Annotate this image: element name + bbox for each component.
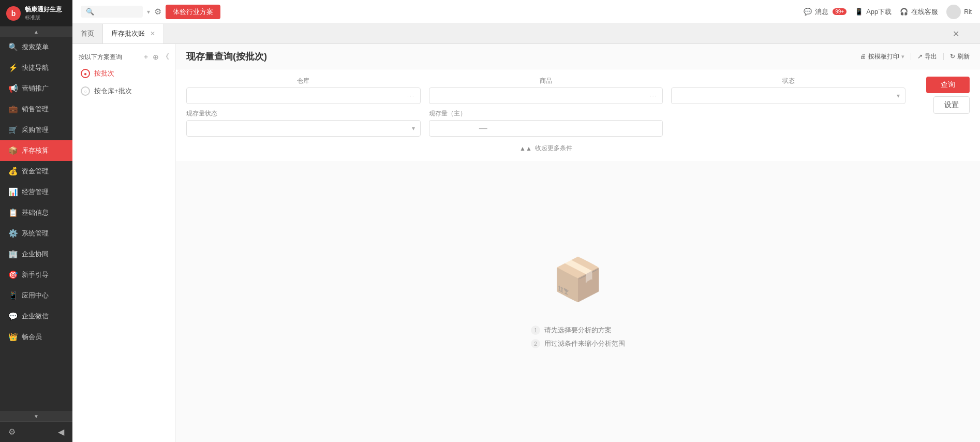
close-tab-icon[interactable]: ✕	[150, 30, 155, 37]
app-download-label: App下载	[866, 7, 892, 17]
topbar-gear-icon[interactable]: ⚙	[154, 7, 161, 17]
topbar-left: 🔍 ▾ ⚙ 体验行业方案	[81, 5, 798, 19]
divider-1	[911, 53, 911, 60]
enterprise-wechat-icon: 💬	[8, 312, 18, 321]
app-center-icon: 📱	[8, 291, 18, 300]
tab-batch-inventory[interactable]: 库存批次账 ✕	[103, 24, 164, 43]
empty-tips: 1 请先选择要分析的方案 2 用过滤条件来缩小分析范围	[531, 326, 625, 348]
sidebar-item-enterprise-collab[interactable]: 🏢 企业协同	[0, 244, 72, 264]
messages-group[interactable]: 💬 消息 99+	[804, 7, 847, 17]
add-scheme-btn[interactable]: ＋	[142, 52, 150, 62]
tab-home[interactable]: 首页	[72, 24, 103, 43]
sidebar-item-label: 销售管理	[22, 105, 49, 114]
scheme-item-by-batch-icon: ●	[81, 69, 90, 78]
marketing-icon: 📢	[8, 84, 18, 93]
status-filter: 状态 ▾	[671, 77, 905, 104]
print-chevron-icon[interactable]: ▾	[901, 53, 904, 60]
app-version: 标准版	[25, 14, 62, 21]
export-btn[interactable]: ↗ 导出	[917, 52, 937, 61]
messages-badge: 99+	[833, 8, 847, 15]
scheme-item-by-warehouse-batch-label: 按仓库+批次	[94, 86, 132, 96]
scheme-item-by-warehouse-batch[interactable]: ○ 按仓库+批次	[72, 82, 175, 100]
scheme-header: 按以下方案查询 ＋ ⊕ 《	[72, 49, 175, 65]
warehouse-input[interactable]: ···	[186, 87, 421, 104]
sidebar-item-quick-nav[interactable]: ⚡ 快捷导航	[0, 57, 72, 78]
inventory-status-select[interactable]: ▾	[186, 120, 421, 137]
sidebar-item-marketing[interactable]: 📢 营销推广	[0, 78, 72, 99]
tip-item-1: 1 请先选择要分析的方案	[531, 326, 625, 335]
sidebar-item-label: 企业协同	[22, 249, 49, 259]
sidebar-item-enterprise-wechat[interactable]: 💬 企业微信	[0, 306, 72, 327]
sidebar-item-label: 企业微信	[22, 312, 49, 321]
sidebar-item-finance[interactable]: 💰 资金管理	[0, 161, 72, 182]
online-service-group[interactable]: 🎧 在线客服	[900, 7, 938, 17]
basic-icon: 📋	[8, 208, 18, 217]
search-icon: 🔍	[8, 42, 18, 52]
tip-text-2: 用过滤条件来缩小分析范围	[544, 339, 625, 348]
warehouse-label: 仓库	[186, 77, 421, 85]
topbar-search-input[interactable]	[97, 8, 133, 16]
inventory-qty-range[interactable]: —	[429, 120, 663, 137]
settings-footer-icon[interactable]: ⚙	[8, 427, 16, 437]
page-title-bar: 现存量查询(按批次) 🖨 按模板打印 ▾ ↗ 导出 ↻ 刷	[176, 44, 980, 69]
app-download-group[interactable]: 📱 App下载	[855, 7, 892, 17]
sidebar-scroll-up[interactable]: ▲	[0, 26, 72, 37]
sidebar-scroll-down[interactable]: ▼	[0, 411, 72, 421]
filter-and-actions: 仓库 ··· 商品 ···	[176, 69, 980, 161]
warehouse-dots[interactable]: ···	[407, 93, 414, 99]
username: Rit	[964, 8, 972, 16]
page-actions: 🖨 按模板打印 ▾ ↗ 导出 ↻ 刷新	[860, 52, 970, 61]
inventory-qty-to[interactable]	[491, 125, 532, 132]
status-select[interactable]: ▾	[671, 87, 905, 104]
warehouse-filter: 仓库 ···	[186, 77, 421, 104]
user-profile-group[interactable]: Rit	[946, 5, 972, 19]
content: 按以下方案查询 ＋ ⊕ 《 ● 按批次 ○ 按仓库+批次 现存量查询(按批次)	[72, 44, 980, 442]
inventory-qty-filter: 现存量（主） —	[429, 109, 663, 137]
sidebar-footer: ⚙ ◀	[0, 421, 72, 442]
online-service-label: 在线客服	[911, 7, 938, 17]
refresh-icon: ↻	[950, 53, 955, 60]
collapse-icon: ▲▲	[519, 145, 532, 152]
sidebar-item-inventory[interactable]: 📦 库存核算	[0, 140, 72, 161]
topbar-right: 💬 消息 99+ 📱 App下载 🎧 在线客服 Rit	[804, 5, 972, 19]
vip-icon: 👑	[8, 332, 18, 342]
collapse-sidebar-icon[interactable]: ◀	[58, 427, 64, 437]
scheme-panel: 按以下方案查询 ＋ ⊕ 《 ● 按批次 ○ 按仓库+批次	[72, 44, 176, 442]
sidebar-item-new-user[interactable]: 🎯 新手引导	[0, 264, 72, 285]
sidebar-item-basic[interactable]: 📋 基础信息	[0, 202, 72, 223]
sidebar-item-system[interactable]: ⚙️ 系统管理	[0, 223, 72, 244]
tabbar-close-btn[interactable]: ✕	[953, 29, 959, 39]
headset-icon: 🎧	[900, 8, 908, 16]
empty-box-icon: 📦	[547, 255, 609, 304]
sidebar-item-purchase[interactable]: 🛒 采购管理	[0, 120, 72, 140]
app-title-block: 畅康通好生意 标准版	[25, 5, 62, 21]
sidebar-item-vip[interactable]: 👑 畅会员	[0, 327, 72, 347]
sidebar-item-label: 营销推广	[22, 84, 49, 93]
scheme-item-by-batch[interactable]: ● 按批次	[72, 65, 175, 82]
sidebar-item-sales[interactable]: 💼 销售管理	[0, 99, 72, 120]
sidebar-item-operations[interactable]: 📊 经营管理	[0, 182, 72, 202]
product-dots[interactable]: ···	[650, 93, 657, 99]
product-label: 商品	[429, 77, 663, 85]
sidebar-item-label: 资金管理	[22, 167, 49, 176]
sidebar-item-search[interactable]: 🔍 搜索菜单	[0, 37, 72, 57]
messages-label: 消息	[815, 7, 828, 17]
refresh-btn[interactable]: ↻ 刷新	[950, 52, 970, 61]
sidebar: b 畅康通好生意 标准版 ▲ 🔍 搜索菜单 ⚡ 快捷导航 📢 营销推广 💼 销售…	[0, 0, 72, 442]
collapse-conditions-btn[interactable]: ▲▲ 收起更多条件	[516, 141, 575, 156]
settings-scheme-btn[interactable]: ⊕	[153, 53, 159, 61]
sidebar-item-app-center[interactable]: 📱 应用中心	[0, 285, 72, 306]
topbar-search-box[interactable]: 🔍	[81, 6, 143, 18]
print-btn[interactable]: 🖨 按模板打印 ▾	[860, 52, 904, 61]
query-button[interactable]: 查询	[926, 77, 970, 93]
scheme-item-by-batch-label: 按批次	[94, 69, 114, 78]
inventory-qty-from[interactable]	[435, 125, 476, 132]
inventory-status-filter: 现存量状态 ▾	[186, 109, 421, 137]
collapse-scheme-btn[interactable]: 《	[162, 52, 169, 62]
settings-button[interactable]: 设置	[933, 96, 970, 114]
topbar-chevron-icon[interactable]: ▾	[147, 8, 150, 16]
product-input[interactable]: ···	[429, 87, 663, 104]
trial-btn[interactable]: 体验行业方案	[166, 5, 220, 19]
enterprise-collab-icon: 🏢	[8, 249, 18, 259]
export-icon: ↗	[917, 53, 923, 60]
